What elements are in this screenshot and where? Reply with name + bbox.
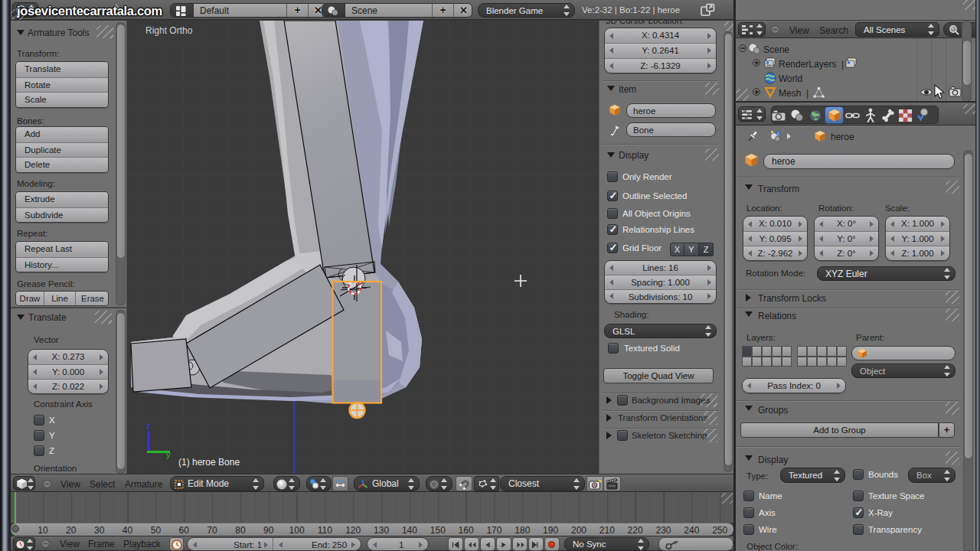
svg-text:(1) heroe Bone: (1) heroe Bone <box>178 457 240 468</box>
svg-text:Right Ortho: Right Ortho <box>145 25 193 36</box>
svg-text:y: y <box>166 450 171 459</box>
svg-text:z: z <box>146 421 151 430</box>
